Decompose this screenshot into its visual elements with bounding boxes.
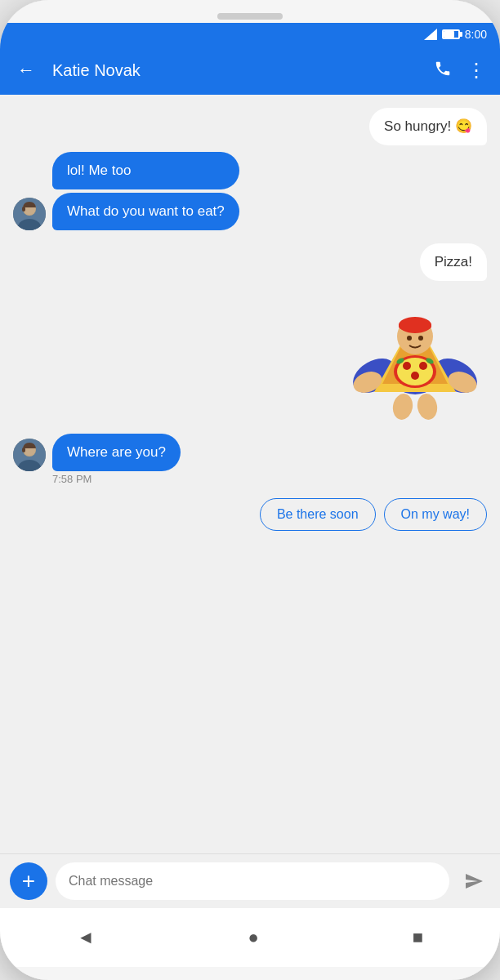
quick-reply-1[interactable]: Be there soon	[260, 498, 376, 531]
sticker-area	[13, 294, 487, 421]
bubble-incoming-2: What do you want to eat?	[52, 193, 239, 230]
avatar	[13, 198, 46, 230]
incoming-bubbles: lol! Me too What do you want to eat?	[52, 152, 239, 230]
signal-icon	[424, 29, 437, 40]
message-text: What do you want to eat?	[67, 203, 225, 219]
bubble-incoming-3: Where are you?	[52, 434, 181, 471]
message-row: So hungry! 😋	[13, 108, 487, 145]
svg-point-13	[403, 362, 411, 370]
svg-rect-5	[22, 207, 25, 212]
svg-point-22	[418, 336, 423, 341]
status-icons: 8:00	[424, 28, 487, 41]
message-text: Where are you?	[67, 444, 166, 460]
phone-call-icon[interactable]	[434, 60, 452, 82]
svg-rect-31	[22, 448, 25, 452]
svg-marker-0	[424, 29, 437, 40]
pizza-sticker	[350, 294, 480, 421]
bubble-outgoing-2: Pizza!	[420, 243, 487, 281]
nav-home-icon[interactable]: ●	[248, 927, 259, 948]
chat-input[interactable]	[56, 862, 449, 900]
svg-rect-20	[399, 323, 431, 329]
add-button[interactable]: +	[10, 862, 47, 900]
send-button[interactable]	[458, 865, 490, 898]
incoming-group-1: lol! Me too What do you want to eat?	[13, 152, 487, 230]
status-bar: 8:00	[0, 23, 500, 46]
contact-name: Katie Novak	[52, 61, 434, 80]
input-area: +	[0, 853, 500, 908]
avatar-2	[13, 439, 46, 471]
app-bar-icons: ⋮	[434, 59, 487, 82]
app-bar: ← Katie Novak ⋮	[0, 46, 500, 95]
battery-icon	[442, 29, 460, 39]
bubble-outgoing-1: So hungry! 😋	[369, 108, 487, 145]
svg-point-21	[407, 336, 412, 341]
svg-point-15	[411, 372, 419, 380]
phone-bottom-bar	[0, 967, 500, 980]
incoming-group-2: Where are you?	[13, 434, 487, 471]
quick-replies: Be there soon On my way!	[13, 492, 487, 537]
messages-area: So hungry! 😋 lol! Me too	[0, 95, 500, 853]
phone-top-bar	[0, 0, 500, 23]
message-timestamp: 7:58 PM	[13, 473, 487, 485]
more-options-icon[interactable]: ⋮	[467, 59, 487, 82]
message-text: So hungry! 😋	[384, 118, 472, 134]
svg-point-14	[419, 362, 427, 370]
speaker	[217, 13, 283, 20]
svg-point-26	[415, 393, 439, 421]
message-text: Pizza!	[435, 254, 472, 270]
nav-back-icon[interactable]: ◄	[77, 927, 95, 948]
incoming-with-timestamp: Where are you? 7:58 PM	[13, 434, 487, 485]
phone-frame: 8:00 ← Katie Novak ⋮ So hungry! 😋	[0, 0, 500, 980]
svg-point-25	[391, 393, 414, 421]
message-text: lol! Me too	[67, 163, 131, 178]
bubble-incoming-1: lol! Me too	[52, 152, 239, 189]
quick-reply-2[interactable]: On my way!	[384, 498, 487, 531]
time-display: 8:00	[465, 28, 487, 41]
battery-fill	[444, 31, 455, 38]
nav-bar: ◄ ● ■	[0, 908, 500, 967]
message-row: Pizza!	[13, 243, 487, 281]
nav-recent-icon[interactable]: ■	[413, 927, 423, 948]
back-button[interactable]: ←	[13, 60, 39, 81]
